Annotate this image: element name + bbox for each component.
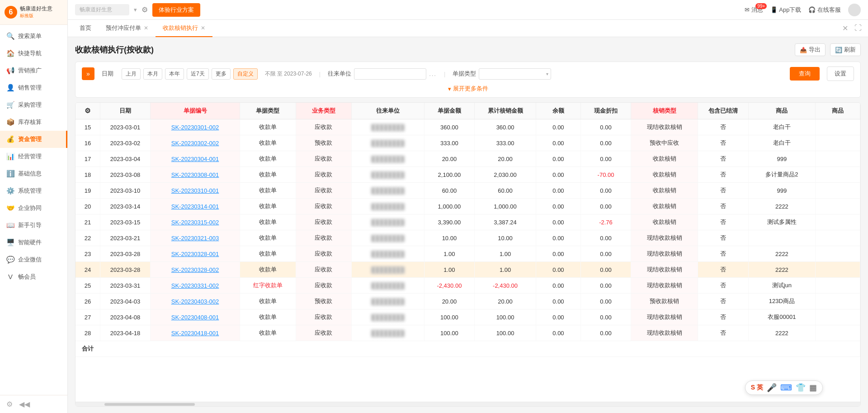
page-title: 收款核销执行(按收款) — [75, 44, 154, 55]
doc-no-link[interactable]: SK-20230328-002 — [171, 266, 219, 273]
table-row[interactable]: 262023-04-03SK-20230403-002收款单预收款███████… — [75, 294, 860, 309]
app-download-link[interactable]: 📱 App下载 — [770, 6, 801, 14]
doc-no-link[interactable]: SK-20230302-002 — [171, 140, 219, 147]
sidebar-item-operations[interactable]: 📊经营管理 — [0, 148, 67, 165]
date-option-0[interactable]: 上月 — [122, 68, 141, 80]
sidebar-item-system[interactable]: ⚙️系统管理 — [0, 182, 67, 199]
sidebar-item-finance[interactable]: 💰资金管理 — [0, 131, 67, 148]
scrollbar-thumb[interactable] — [104, 403, 195, 406]
tab-receipt[interactable]: 收款核销执行✕ — [156, 20, 212, 37]
table-row[interactable]: 152023-03-01SK-20230301-002收款单应收款███████… — [75, 119, 860, 135]
doc-no-link[interactable]: SK-20230301-002 — [171, 124, 219, 131]
sidebar-item-sales[interactable]: 👤销售管理 — [0, 79, 67, 96]
doc-no-link[interactable]: SK-20230328-001 — [171, 251, 219, 257]
table-row[interactable]: 182023-03-08SK-20230308-001收款单应收款███████… — [75, 167, 860, 183]
solution-button[interactable]: 体验行业方案 — [152, 3, 200, 17]
sidebar-item-marketing[interactable]: 📢营销推广 — [0, 62, 67, 79]
column-header-10: 核销类型 — [631, 103, 698, 119]
cell-doc-no[interactable]: SK-20230302-002 — [151, 135, 240, 151]
sidebar-item-guide[interactable]: 📖新手引导 — [0, 217, 67, 234]
cell-doc-no[interactable]: SK-20230403-002 — [151, 294, 240, 309]
cell-doc-no[interactable]: SK-20230321-003 — [151, 230, 240, 246]
ime-keyboard-icon[interactable]: ⌨ — [780, 383, 792, 393]
sidebar-item-basics[interactable]: ℹ️基础信息 — [0, 165, 67, 182]
refresh-button[interactable]: 🔄 刷新 — [830, 43, 861, 56]
cell-doc-no[interactable]: SK-20230301-002 — [151, 119, 240, 135]
doc-no-link[interactable]: SK-20230310-001 — [171, 187, 219, 194]
doc-no-link[interactable]: SK-20230321-003 — [171, 235, 219, 242]
messages-button[interactable]: ✉ 消息 99+ — [745, 6, 763, 14]
cell-doc-no[interactable]: SK-20230418-001 — [151, 325, 240, 341]
partner-input[interactable] — [354, 68, 426, 80]
table-row[interactable]: 172023-03-04SK-20230304-001收款单应收款███████… — [75, 151, 860, 167]
cell-doc-no[interactable]: SK-20230315-002 — [151, 214, 240, 230]
cell-doc-type: 收款单 — [240, 199, 296, 214]
doc-no-link[interactable]: SK-20230304-001 — [171, 156, 219, 162]
date-option-2[interactable]: 本年 — [165, 68, 184, 80]
ime-grid-icon[interactable]: ▦ — [809, 383, 817, 393]
expand-filters-button[interactable]: ▾ 展开更多条件 — [82, 85, 854, 93]
close-window-icon[interactable]: ✕ — [840, 22, 850, 34]
table-row[interactable]: 222023-03-21SK-20230321-003收款单应收款███████… — [75, 230, 860, 246]
cell-amount: 10.00 — [424, 230, 474, 246]
sidebar-item-search[interactable]: 🔍搜索菜单 — [0, 28, 67, 45]
cell-doc-no[interactable]: SK-20230328-002 — [151, 262, 240, 278]
query-button[interactable]: 查询 — [790, 67, 820, 81]
doc-type-select[interactable] — [479, 68, 551, 80]
table-row[interactable]: 242023-03-28SK-20230328-002收款单应收款███████… — [75, 262, 860, 278]
partner-dots[interactable]: ... — [429, 71, 437, 77]
date-custom-button[interactable]: 自定义 — [233, 68, 258, 80]
table-scroll-area[interactable]: ⚙日期单据编号单据类型业务类型往来单位单据金额累计核销金额余额现金折扣核销类型包… — [75, 103, 860, 402]
table-row[interactable]: 162023-03-02SK-20230302-002收款单预收款███████… — [75, 135, 860, 151]
doc-no-link[interactable]: SK-20230308-001 — [171, 171, 219, 178]
collapse-icon[interactable]: ◀◀ — [19, 400, 30, 408]
table-row[interactable]: 232023-03-28SK-20230328-001收款单应收款███████… — [75, 246, 860, 262]
settings-icon[interactable]: ⚙ — [6, 400, 13, 408]
doc-no-link[interactable]: SK-20230315-002 — [171, 219, 219, 226]
user-avatar[interactable] — [848, 4, 861, 16]
table-gear-icon[interactable]: ⚙ — [85, 107, 90, 114]
tab-close-receipt[interactable]: ✕ — [201, 25, 205, 31]
date-option-1[interactable]: 本月 — [143, 68, 162, 80]
tab-payable[interactable]: 预付冲应付单✕ — [99, 20, 156, 37]
table-row[interactable]: 272023-04-08SK-20230408-001收款单应收款███████… — [75, 309, 860, 325]
sidebar-item-wechat[interactable]: 💬企业微信 — [0, 251, 67, 268]
cell-doc-no[interactable]: SK-20230314-001 — [151, 199, 240, 214]
settings-button[interactable]: 设置 — [827, 66, 854, 81]
cell-doc-no[interactable]: SK-20230304-001 — [151, 151, 240, 167]
ime-shirt-icon[interactable]: 👕 — [796, 383, 806, 393]
table-row[interactable]: 282023-04-18SK-20230418-001收款单应收款███████… — [75, 325, 860, 341]
cell-doc-no[interactable]: SK-20230408-001 — [151, 309, 240, 325]
sidebar-item-inventory[interactable]: 📦库存核算 — [0, 114, 67, 131]
horizontal-scrollbar[interactable] — [75, 402, 860, 406]
date-option-4[interactable]: 更多 — [212, 68, 231, 80]
table-row[interactable]: 202023-03-14SK-20230314-001收款单应收款███████… — [75, 199, 860, 214]
doc-no-link[interactable]: SK-20230408-001 — [171, 314, 219, 321]
cell-doc-no[interactable]: SK-20230308-001 — [151, 167, 240, 183]
tab-close-payable[interactable]: ✕ — [144, 25, 148, 31]
table-row[interactable]: 192023-03-10SK-20230310-001收款单应收款███████… — [75, 183, 860, 199]
doc-no-link[interactable]: SK-20230418-001 — [171, 330, 219, 337]
sidebar-item-hardware[interactable]: 🖥️智能硬件 — [0, 234, 67, 251]
search-icon: 🔍 — [6, 32, 14, 40]
table-row[interactable]: 212023-03-15SK-20230315-002收款单应收款███████… — [75, 214, 860, 230]
sidebar-item-cooperation[interactable]: 🤝企业协同 — [0, 199, 67, 217]
cell-doc-no[interactable]: SK-20230331-002 — [151, 278, 240, 294]
cell-doc-no[interactable]: SK-20230328-001 — [151, 246, 240, 262]
online-support-link[interactable]: 🎧 在线客服 — [808, 6, 841, 14]
sidebar-item-purchase[interactable]: 🛒采购管理 — [0, 96, 67, 114]
table-row[interactable]: 252023-03-31SK-20230331-002红字收款单应收款█████… — [75, 278, 860, 294]
filter-toggle-button[interactable]: » — [82, 67, 94, 80]
expand-window-icon[interactable]: ⛶ — [853, 22, 863, 34]
doc-no-link[interactable]: SK-20230331-002 — [171, 282, 219, 289]
cell-doc-no[interactable]: SK-20230310-001 — [151, 183, 240, 199]
ime-mic-icon[interactable]: 🎤 — [767, 383, 777, 393]
sidebar-item-shortcut[interactable]: 🏠快捷导航 — [0, 45, 67, 62]
topbar-gear-icon[interactable]: ⚙ — [142, 5, 148, 14]
export-button[interactable]: 📤 导出 — [795, 43, 826, 56]
date-option-3[interactable]: 近7天 — [187, 68, 209, 80]
doc-no-link[interactable]: SK-20230314-001 — [171, 203, 219, 210]
tab-home[interactable]: 首页 — [72, 20, 99, 37]
doc-no-link[interactable]: SK-20230403-002 — [171, 298, 219, 305]
sidebar-item-member[interactable]: V畅会员 — [0, 268, 67, 285]
